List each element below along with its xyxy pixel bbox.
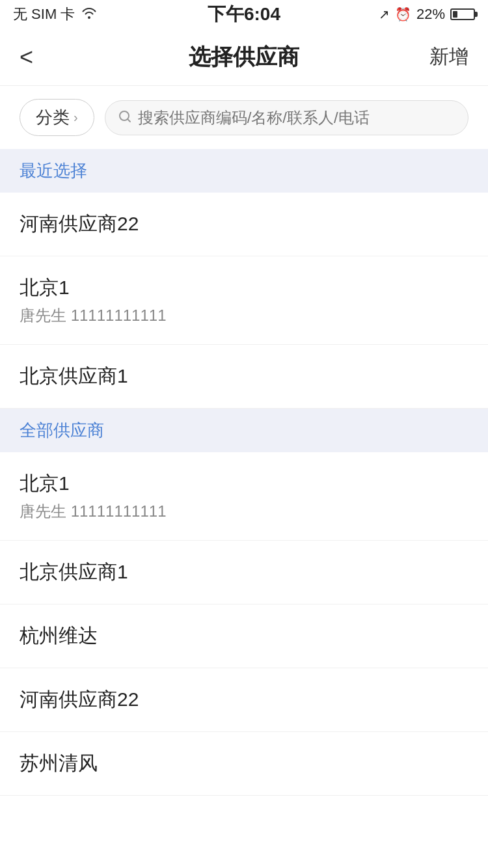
list-item[interactable]: 苏州清风: [0, 732, 488, 796]
item-name: 北京供应商1: [20, 363, 468, 390]
item-name: 北京供应商1: [20, 559, 468, 586]
section-header-recent: 最近选择: [0, 149, 488, 193]
category-button[interactable]: 分类 ›: [20, 99, 94, 136]
status-time: 下午6:04: [208, 2, 280, 27]
page-title: 选择供应商: [189, 42, 299, 72]
wifi-icon: [81, 6, 97, 23]
location-icon: ↗: [379, 7, 390, 22]
item-name: 北京1: [20, 470, 468, 497]
list-item[interactable]: 河南供应商22: [0, 668, 488, 732]
add-button[interactable]: 新增: [429, 44, 468, 70]
back-button[interactable]: <: [20, 44, 59, 71]
list-item[interactable]: 北京1 唐先生 11111111111: [0, 452, 488, 541]
status-right: ↗ ⏰ 22%: [379, 6, 475, 23]
nav-bar: < 选择供应商 新增: [0, 29, 488, 86]
section-header-all: 全部供应商: [0, 409, 488, 452]
item-detail: 唐先生 11111111111: [20, 501, 468, 522]
item-name: 河南供应商22: [20, 686, 468, 713]
list-item[interactable]: 北京供应商1: [0, 345, 488, 409]
item-name: 河南供应商22: [20, 211, 468, 237]
battery-icon: [450, 8, 475, 20]
item-name: 北京1: [20, 275, 468, 301]
search-box[interactable]: [105, 100, 468, 135]
alarm-icon: ⏰: [395, 7, 411, 22]
status-left: 无 SIM 卡: [13, 5, 97, 24]
chevron-icon: ›: [74, 110, 78, 125]
sections-container: 最近选择 河南供应商22 北京1 唐先生 11111111111 北京供应商1 …: [0, 149, 488, 796]
item-name: 苏州清风: [20, 750, 468, 777]
status-bar: 无 SIM 卡 下午6:04 ↗ ⏰ 22%: [0, 0, 488, 29]
svg-line-1: [128, 119, 130, 122]
item-name: 杭州维达: [20, 623, 468, 649]
filter-bar: 分类 ›: [0, 86, 488, 149]
item-detail: 唐先生 11111111111: [20, 305, 468, 326]
list-item[interactable]: 北京1 唐先生 11111111111: [0, 256, 488, 345]
list-item[interactable]: 北京供应商1: [0, 541, 488, 604]
category-label: 分类: [36, 106, 70, 129]
search-input[interactable]: [138, 109, 455, 127]
list-item[interactable]: 杭州维达: [0, 604, 488, 668]
sim-indicator: 无 SIM 卡: [13, 5, 75, 24]
list-item[interactable]: 河南供应商22: [0, 193, 488, 256]
search-icon: [118, 109, 131, 127]
battery-percent: 22%: [416, 6, 445, 23]
